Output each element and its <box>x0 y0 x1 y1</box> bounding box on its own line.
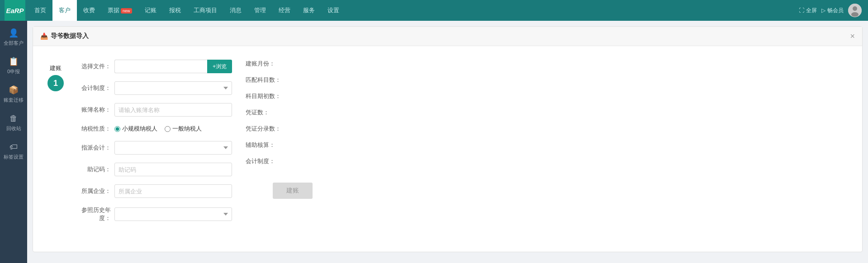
avatar-icon <box>848 4 862 17</box>
assign-accountant-row: 指派会计： <box>78 141 232 155</box>
logo-text: EaRP <box>6 7 24 14</box>
top-nav: EaRP 首页 客户 收费 票据 new 记账 报税 工商项目 消息 管理 <box>0 0 868 21</box>
build-account-button[interactable]: 建账 <box>273 183 313 199</box>
ref-year-row: 参照历史年度： <box>78 206 232 222</box>
assign-accountant-label: 指派会计： <box>78 144 114 152</box>
all-clients-icon: 👤 <box>9 28 19 38</box>
general-taxpayer-radio[interactable] <box>165 126 171 132</box>
import-icon: 📥 <box>40 33 48 40</box>
accounting-system-row: 会计制度： <box>78 81 232 95</box>
dialog-header: 📥 导爷数据导入 × <box>33 27 862 46</box>
voucher-count-row: 凭证数： <box>246 108 404 117</box>
form-container: 建账 1 选择文件： +浏览 会计制度： <box>33 46 862 240</box>
sidebar-item-declarations[interactable]: 📋 0申报 <box>0 52 27 80</box>
svg-point-2 <box>851 12 859 17</box>
layout: 👤 全部客户 📋 0申报 📦 账套迁移 🗑 回收站 🏷 标签设置 📥 导爷 <box>0 21 868 263</box>
ledger-name-input[interactable] <box>114 103 232 117</box>
sidebar-item-tags[interactable]: 🏷 标签设置 <box>0 137 27 165</box>
form-right: 建账月份： 匹配科目数： 科目期初数： 凭证数： 凭证分录数： <box>241 60 404 230</box>
ledger-name-row: 账簿名称： <box>78 103 232 117</box>
small-taxpayer-option[interactable]: 小规模纳税人 <box>114 125 157 133</box>
company-label: 所属企业： <box>78 187 114 195</box>
tax-type-row: 纳税性质： 小规模纳税人 一般纳税人 <box>78 125 232 133</box>
file-input-group: +浏览 <box>114 60 232 73</box>
small-taxpayer-radio[interactable] <box>114 126 120 132</box>
logo: EaRP <box>5 0 25 21</box>
voucher-entries-row: 凭证分录数： <box>246 125 404 133</box>
svg-point-1 <box>853 6 857 11</box>
step-circle: 1 <box>47 75 64 91</box>
voucher-entries-label: 凭证分录数： <box>246 125 285 133</box>
nav-item-services[interactable]: 服务 <box>297 0 321 21</box>
nav-item-management[interactable]: 管理 <box>248 0 272 21</box>
fullscreen-btn[interactable]: ⛶ 全屏 <box>799 7 817 14</box>
memo-label: 助记码： <box>78 165 114 174</box>
build-month-row: 建账月份： <box>246 60 404 68</box>
ref-year-label: 参照历史年度： <box>78 206 114 222</box>
sidebar: 👤 全部客户 📋 0申报 📦 账套迁移 🗑 回收站 🏷 标签设置 <box>0 21 27 263</box>
nav-item-bookkeeping[interactable]: 记账 <box>138 0 163 21</box>
assign-accountant-select[interactable] <box>114 141 232 155</box>
company-row: 所属企业： <box>78 184 232 198</box>
ref-year-select[interactable] <box>114 207 232 221</box>
period-initial-label: 科目期初数： <box>246 92 285 100</box>
nav-item-invoices[interactable]: 票据 new <box>101 0 138 21</box>
avatar[interactable] <box>848 4 862 17</box>
general-taxpayer-option[interactable]: 一般纳税人 <box>165 125 202 133</box>
form-left: 选择文件： +浏览 会计制度： <box>78 60 241 230</box>
nav-items: 首页 客户 收费 票据 new 记账 报税 工商项目 消息 管理 经营 <box>28 0 346 21</box>
memo-row: 助记码： <box>78 163 232 176</box>
nav-item-tax[interactable]: 报税 <box>163 0 187 21</box>
right-accounting-system-label: 会计制度： <box>246 157 279 165</box>
declarations-icon: 📋 <box>9 56 19 66</box>
tag-icon: 🏷 <box>9 142 19 152</box>
tax-type-radio-group: 小规模纳税人 一般纳税人 <box>114 125 202 133</box>
sidebar-item-all-clients[interactable]: 👤 全部客户 <box>0 23 27 51</box>
sidebar-item-recycle[interactable]: 🗑 回收站 <box>0 109 27 136</box>
dialog-title: 📥 导爷数据导入 <box>40 32 89 40</box>
auxiliary-accounting-label: 辅助核算： <box>246 141 279 149</box>
nav-item-fees[interactable]: 收费 <box>77 0 101 21</box>
voucher-count-label: 凭证数： <box>246 108 273 117</box>
auxiliary-accounting-row: 辅助核算： <box>246 141 404 149</box>
nav-item-messages[interactable]: 消息 <box>223 0 248 21</box>
step-label: 建账 <box>50 64 62 72</box>
migration-icon: 📦 <box>9 85 19 95</box>
close-button[interactable]: × <box>850 32 855 40</box>
new-badge: new <box>121 8 132 14</box>
fullscreen-icon: ⛶ <box>799 7 804 14</box>
nav-item-clients[interactable]: 客户 <box>52 0 77 21</box>
file-label: 选择文件： <box>78 62 114 70</box>
nav-item-home[interactable]: 首页 <box>28 0 52 21</box>
file-row: 选择文件： +浏览 <box>78 60 232 73</box>
play-icon: ▷ <box>821 7 825 14</box>
accounting-system-label: 会计制度： <box>78 84 114 92</box>
nav-right: ⛶ 全屏 ▷ 畅会员 <box>799 4 868 17</box>
nav-item-business-projects[interactable]: 工商项目 <box>187 0 223 21</box>
memo-input[interactable] <box>114 163 232 176</box>
company-input[interactable] <box>114 184 232 198</box>
trash-icon: 🗑 <box>9 113 19 123</box>
membership-btn[interactable]: ▷ 畅会员 <box>821 7 844 14</box>
sidebar-item-migration[interactable]: 📦 账套迁移 <box>0 80 27 108</box>
nav-item-operations[interactable]: 经营 <box>272 0 297 21</box>
step-section: 建账 1 <box>33 60 78 230</box>
build-month-label: 建账月份： <box>246 60 279 68</box>
match-accounts-label: 匹配科目数： <box>246 76 285 84</box>
ledger-name-label: 账簿名称： <box>78 106 114 114</box>
import-dialog: 📥 导爷数据导入 × 建账 1 选择文件： <box>33 26 863 252</box>
tax-type-label: 纳税性质： <box>78 125 114 133</box>
file-input[interactable] <box>114 60 207 73</box>
nav-item-settings[interactable]: 设置 <box>321 0 346 21</box>
right-accounting-system-row: 会计制度： <box>246 157 404 165</box>
match-accounts-row: 匹配科目数： <box>246 76 404 84</box>
main-content: 📥 导爷数据导入 × 建账 1 选择文件： <box>27 21 868 263</box>
accounting-system-select[interactable] <box>114 81 232 95</box>
period-initial-row: 科目期初数： <box>246 92 404 100</box>
browse-button[interactable]: +浏览 <box>207 60 232 73</box>
